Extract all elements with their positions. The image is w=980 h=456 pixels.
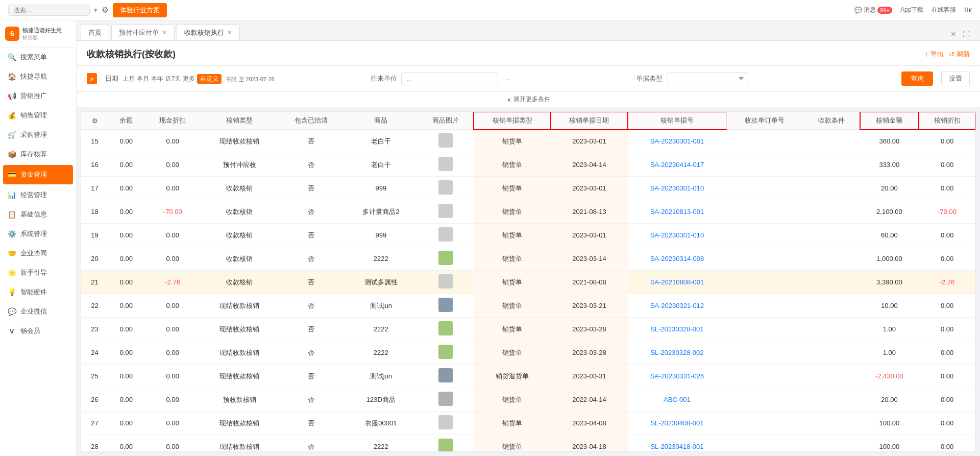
tab-collection[interactable]: 收款核销执行 ✕ [177,25,240,40]
top-bar-right: 💬 消息 99+ App下载 在线客服 Rit [854,6,972,14]
date-link-7days[interactable]: 近7天 [165,75,181,83]
doc-type-select[interactable] [667,73,748,85]
doc-no-link[interactable]: SA-20230301-010 [650,231,704,239]
setting-btn[interactable]: 设置 [941,71,970,86]
sidebar-item-marketing[interactable]: 📢 营销推广 [0,86,76,106]
tab-prepaid-label: 预付冲应付单 [119,28,159,37]
doc-no-link[interactable]: SL-20230328-002 [650,349,703,356]
settings-icon[interactable]: ⚙ [102,5,109,15]
main-layout: 6 畅捷通谱好生意 标准版 🔍 搜索菜单 🏠 快捷导航 📢 营销推广 💰 销售管… [0,20,980,456]
sidebar-label-wechat: 企业微信 [20,307,47,316]
purchase-icon: 🛒 [7,130,16,139]
doc-no-link[interactable]: ABC-001 [664,396,691,403]
content-area: 收款核销执行(按收款) ↑ 导出 ↺ 刷新 » 日期 [77,41,980,456]
goods-img [438,227,453,242]
doc-no-link[interactable]: SA-20230414-017 [650,161,704,169]
doc-no-link[interactable]: SL-20230418-001 [650,443,703,450]
refresh-btn[interactable]: ↺ 刷新 [949,50,970,59]
doc-no-link[interactable]: SA-20230314-008 [650,255,704,262]
sidebar-item-sales[interactable]: 💰 销售管理 [0,106,76,125]
doc-no-link[interactable]: SA-20230331-026 [650,372,704,380]
header-row: ⚙ 余额 现金折扣 核销类型 包含已结清 商品 商品图片 核销单据类型 核销单据… [81,112,975,130]
goods-img [438,274,453,289]
system-icon: ⚙️ [7,229,16,238]
message-area[interactable]: 💬 消息 99+ [854,6,892,14]
doc-no-link[interactable]: SA-20230321-012 [650,302,704,309]
tab-prepaid-close[interactable]: ✕ [162,29,167,36]
doc-no-link[interactable]: SL-20230408-001 [650,419,703,427]
sidebar-item-basic[interactable]: 📋 基础信息 [0,205,76,224]
search-icon: 🔍 [7,53,16,62]
sidebar-item-shortcut[interactable]: 🏠 快捷导航 [0,67,76,86]
doc-no-link[interactable]: SL-20230328-001 [650,325,703,333]
filter-expand-arrow[interactable]: » [87,73,97,84]
refresh-label: 刷新 [957,50,970,59]
sidebar-item-member[interactable]: V 畅会员 [0,321,76,341]
table-row: 210.00-2.76收款核销否测试多属性销货单2021-08-08SA-202… [81,271,975,294]
doc-no-link[interactable]: SA-20230301-001 [650,137,704,145]
sidebar-label-inventory: 库存核算 [20,150,47,159]
tab-home[interactable]: 首页 [81,25,109,40]
expand-conditions-btn[interactable]: ∨ 展开更多条件 [507,95,550,104]
tab-home-label: 首页 [88,28,102,37]
sidebar-item-enterprise[interactable]: 🤝 企业协同 [0,244,76,263]
member-icon: V [7,326,16,335]
app-download[interactable]: App下载 [900,6,923,14]
online-service[interactable]: 在线客服 [932,6,956,14]
tab-prepaid[interactable]: 预付冲应付单 ✕ [111,25,175,40]
guide-icon: 🌟 [7,268,16,277]
date-custom-btn[interactable]: 自定义 [197,74,222,84]
sidebar-item-search[interactable]: 🔍 搜索菜单 [0,47,76,67]
doc-no-link[interactable]: SA-20210813-001 [650,208,704,215]
query-btn[interactable]: 查询 [901,71,933,86]
sidebar-item-guide[interactable]: 🌟 新手引导 [0,263,76,282]
tab-collection-close[interactable]: ✕ [227,29,232,36]
partner-input[interactable] [401,73,498,85]
chevron-down-icon: ▾ [94,6,97,14]
export-btn[interactable]: ↑ 导出 [925,50,944,59]
table-row: 160.000.00预付冲应收否老白干销货单2023-04-14SA-20230… [81,153,975,177]
date-link-this-year[interactable]: 本年 [151,75,163,83]
sidebar-label-sales: 销售管理 [20,111,47,120]
search-input[interactable] [8,5,90,16]
doc-no-link[interactable]: SA-20230301-010 [650,184,704,192]
doc-no-link[interactable]: SA-20210808-001 [650,278,704,286]
marketing-icon: 📢 [7,91,16,101]
sidebar-item-purchase[interactable]: 🛒 采购管理 [0,125,76,145]
date-filter: 上月 本月 本年 近7天 更多 自定义 [122,74,222,84]
table-row: 250.000.00现结收款核销否测试jun销货退货单2023-03-31SA-… [81,365,975,388]
col-header-verify-doc-date: 核销单据日期 [551,112,628,130]
sidebar-label-finance: 资金管理 [20,170,47,179]
sidebar-item-hardware[interactable]: 💡 智能硬件 [0,282,76,302]
sidebar-item-finance[interactable]: 💳 资金管理 [3,165,73,184]
filter-bar: » 日期 上月 本月 本年 近7天 更多 自定义 不限 至 2023-07-26 [77,66,980,92]
window-close-icon[interactable]: ✕ [948,28,959,40]
sidebar-item-wechat[interactable]: 💬 企业微信 [0,302,76,321]
col-header-idx: ⚙ [81,112,108,130]
operation-icon: 📊 [7,190,16,200]
enterprise-icon: 🤝 [7,249,16,258]
refresh-icon: ↺ [949,51,954,58]
sidebar-item-inventory[interactable]: 📦 库存核算 [0,145,76,164]
industry-btn[interactable]: 体验行业方案 [113,3,167,17]
partner-dots: ··· [502,75,511,83]
date-link-this-month[interactable]: 本月 [137,75,149,83]
finance-icon: 💳 [7,170,16,179]
export-icon: ↑ [925,51,929,58]
col-header-receipt-order-no: 收款单订单号 [726,112,803,130]
page-title: 收款核销执行(按收款) [87,48,176,60]
col-header-goods-img: 商品图片 [417,112,474,130]
goods-img [438,439,453,452]
sidebar-label-member: 畅会员 [20,326,40,335]
table-row: 260.000.00预收款核销否123D商品销货单2022-04-14ABC-0… [81,388,975,412]
date-link-more[interactable]: 更多 [183,75,195,83]
goods-img [438,204,453,218]
window-maximize-icon[interactable]: ⛶ [961,28,972,40]
message-badge: 99+ [877,7,892,14]
tab-collection-label: 收款核销执行 [184,28,224,37]
sidebar-label-enterprise: 企业协同 [20,249,47,258]
date-link-last-month[interactable]: 上月 [122,75,135,83]
sidebar-item-system[interactable]: ⚙️ 系统管理 [0,224,76,244]
sidebar-item-operation[interactable]: 📊 经营管理 [0,185,76,205]
hardware-icon: 💡 [7,287,16,297]
